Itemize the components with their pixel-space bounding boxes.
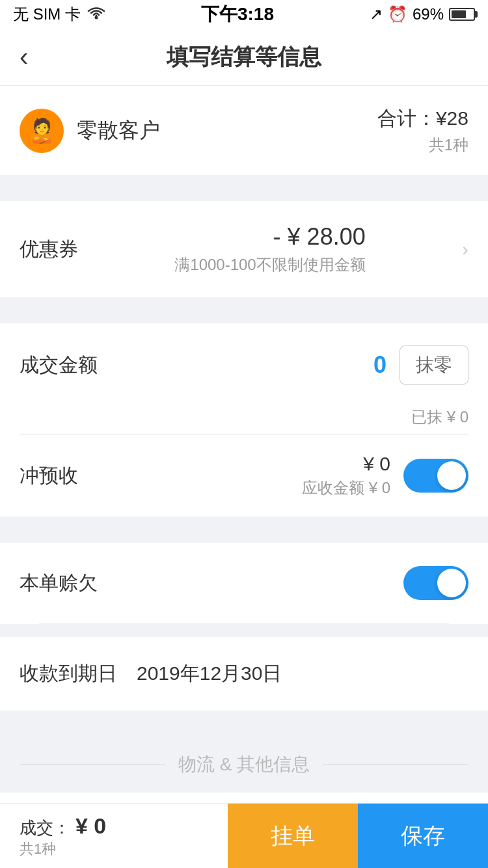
coupon-label: 优惠券: [20, 236, 78, 263]
deal-amount-value: 0: [373, 351, 386, 379]
status-bar: 无 SIM 卡 下午3:18 ↗ ⏰ 69%: [0, 0, 488, 29]
bottom-count: 共1种: [20, 839, 208, 859]
customer-name: 零散客户: [77, 116, 160, 145]
nav-bar: ‹ 填写结算等信息: [0, 29, 488, 86]
coupon-right: - ¥ 28.00 满1000-100不限制使用金额: [174, 223, 365, 275]
customer-right: 合计：¥28 共1种: [377, 105, 468, 156]
prepay-main-value: ¥ 0: [302, 453, 390, 475]
status-time: 下午3:18: [201, 2, 274, 27]
customer-avatar: 🙎: [20, 109, 64, 153]
alarm-icon: ⏰: [388, 5, 407, 23]
svg-point-0: [95, 16, 98, 20]
duedate-value: 2019年12月30日: [137, 660, 282, 687]
coupon-row[interactable]: 优惠券 - ¥ 28.00 满1000-100不限制使用金额 ›: [0, 201, 488, 297]
section-divider-1: [0, 188, 488, 201]
coupon-value: - ¥ 28.00: [174, 223, 365, 251]
section-divider-4: [0, 724, 488, 737]
logistics-divider: 物流 & 其他信息: [0, 737, 488, 793]
section-divider-2: [0, 310, 488, 323]
toggle-knob: [437, 461, 466, 490]
prepay-values: ¥ 0 应收金额 ¥ 0: [302, 453, 390, 498]
logistics-line-left: [20, 765, 165, 765]
battery-icon: [449, 8, 475, 21]
save-button[interactable]: 保存: [358, 804, 488, 869]
page-title: 填写结算等信息: [167, 42, 321, 72]
deal-section: 成交金额 0 抹零 已抹 ¥ 0 冲预收 ¥ 0 应收金额 ¥ 0: [0, 323, 488, 517]
status-left: 无 SIM 卡: [13, 4, 105, 25]
round-zero-button[interactable]: 抹零: [400, 346, 468, 385]
content-area: 🙎 零散客户 合计：¥28 共1种 优惠券 - ¥ 28.00 满1000-10…: [0, 86, 488, 868]
prepay-right: ¥ 0 应收金额 ¥ 0: [302, 453, 468, 498]
prepay-label: 冲预收: [20, 463, 78, 489]
back-button[interactable]: ‹: [20, 42, 28, 72]
logistics-text: 物流 & 其他信息: [178, 752, 310, 777]
avatar-icon: 🙎: [27, 117, 57, 144]
bottom-deal-row: 成交： ¥ 0: [20, 813, 208, 839]
prepay-sub-value: 应收金额 ¥ 0: [302, 478, 390, 498]
total-amount: 合计：¥28: [377, 105, 468, 132]
duedate-label: 收款到期日: [20, 660, 117, 687]
back-icon: ‹: [20, 42, 28, 72]
arrears-label: 本单赊欠: [20, 570, 98, 597]
total-count: 共1种: [377, 135, 468, 156]
bottom-bar: 成交： ¥ 0 共1种 挂单 保存: [0, 803, 488, 868]
deal-right: 0 抹零: [373, 346, 468, 385]
battery-percent: 69%: [413, 5, 444, 23]
customer-left: 🙎 零散客户: [20, 109, 160, 153]
chevron-right-icon: ›: [462, 238, 468, 260]
deal-sub-label: 已抹 ¥ 0: [20, 407, 468, 434]
location-icon: ↗: [370, 5, 383, 23]
prepay-row: 冲预收 ¥ 0 应收金额 ¥ 0: [20, 434, 468, 517]
coupon-section[interactable]: 优惠券 - ¥ 28.00 满1000-100不限制使用金额 ›: [0, 201, 488, 297]
bottom-deal-label: 成交：: [20, 817, 70, 839]
bottom-deal-amount: ¥ 0: [75, 813, 106, 839]
prepay-toggle[interactable]: [403, 459, 468, 493]
duedate-section: 收款到期日 2019年12月30日: [0, 637, 488, 711]
arrears-divider: [39, 623, 449, 624]
arrears-toggle-knob: [437, 569, 466, 597]
wifi-icon: [87, 5, 105, 23]
carrier-text: 无 SIM 卡: [13, 4, 81, 25]
arrears-row: 本单赊欠: [20, 543, 468, 623]
coupon-hint: 满1000-100不限制使用金额: [174, 254, 365, 275]
duedate-row: 收款到期日 2019年12月30日: [20, 637, 468, 711]
bottom-summary: 成交： ¥ 0 共1种: [0, 813, 228, 859]
logistics-line-right: [323, 765, 468, 765]
deal-amount-label: 成交金额: [20, 352, 98, 379]
pending-button[interactable]: 挂单: [228, 804, 358, 869]
arrears-section: 本单赊欠: [0, 543, 488, 624]
customer-row: 🙎 零散客户 合计：¥28 共1种: [0, 86, 488, 175]
deal-amount-row: 成交金额 0 抹零: [20, 323, 468, 407]
section-divider-3: [0, 530, 488, 543]
arrears-toggle[interactable]: [403, 566, 468, 600]
status-right: ↗ ⏰ 69%: [370, 5, 475, 23]
customer-section: 🙎 零散客户 合计：¥28 共1种: [0, 86, 488, 175]
